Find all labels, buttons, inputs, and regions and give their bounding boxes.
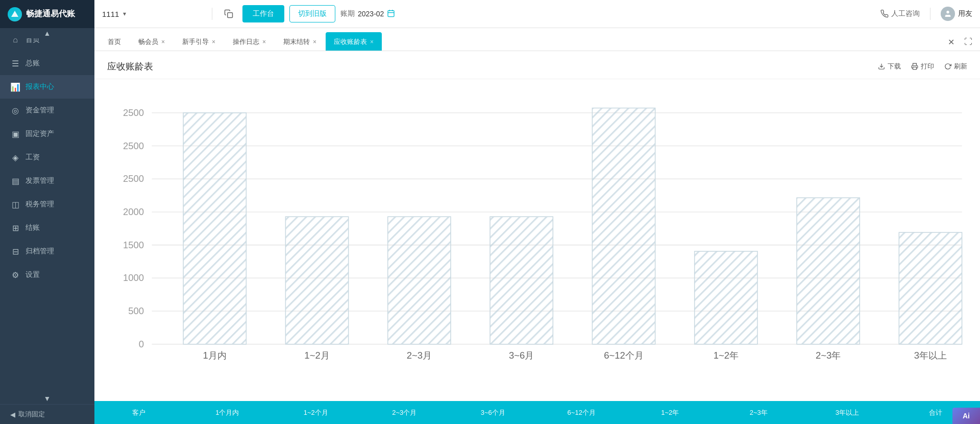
scroll-down-btn[interactable]: ▼ xyxy=(0,393,94,404)
close-tab-btn[interactable]: ✕ xyxy=(944,35,958,49)
tab-home[interactable]: 首页 xyxy=(100,32,129,51)
sidebar-label-ledger: 总账 xyxy=(26,59,40,68)
sidebar-icon-invoice: ▤ xyxy=(10,176,20,186)
svg-text:1~2年: 1~2年 xyxy=(714,350,739,361)
sidebar-label-tax: 税务管理 xyxy=(26,200,54,209)
workbench-btn[interactable]: 工作台 xyxy=(242,5,284,22)
scroll-up-btn[interactable]: ▲ xyxy=(0,28,94,38)
sidebar-label-archive: 归档管理 xyxy=(26,247,54,256)
switch-version-btn[interactable]: 切到旧版 xyxy=(289,5,335,22)
tab-aging[interactable]: 应收账龄表 × xyxy=(326,32,382,51)
tab-guide-label: 新手引导 xyxy=(182,37,209,46)
download-btn[interactable]: 下载 xyxy=(878,62,901,71)
tab-guide-close[interactable]: × xyxy=(212,38,215,45)
svg-text:2500: 2500 xyxy=(123,173,144,184)
sidebar-item-closeout[interactable]: ⊞ 结账 xyxy=(0,216,94,240)
user-menu[interactable]: 用友 xyxy=(941,7,972,21)
sidebar-item-archive[interactable]: ⊟ 归档管理 xyxy=(0,240,94,263)
header-right: 人工咨询 用友 xyxy=(880,7,972,21)
sidebar-icon-reports: 📊 xyxy=(10,82,20,92)
svg-text:1~2月: 1~2月 xyxy=(304,350,329,361)
tab-member-close[interactable]: × xyxy=(161,38,165,45)
period-label: 账期 xyxy=(340,9,355,18)
sidebar-item-reports[interactable]: 📊 报表中心 xyxy=(0,75,94,99)
company-select[interactable]: 1111 ▾ xyxy=(102,10,204,18)
col-2-3year: 2~3年 xyxy=(715,408,803,417)
sidebar-icon-archive: ⊟ xyxy=(10,246,20,256)
sidebar-item-settings[interactable]: ⚙ 设置 xyxy=(0,263,94,287)
company-dropdown-icon: ▾ xyxy=(123,10,126,17)
sidebar-label-assets: 固定资产 xyxy=(26,129,54,138)
print-label: 打印 xyxy=(921,62,934,71)
tab-member[interactable]: 畅会员 × xyxy=(130,32,173,51)
user-name: 用友 xyxy=(958,9,972,18)
sidebar-icon-finance: ◎ xyxy=(10,105,20,115)
col-1-2month: 1~2个月 xyxy=(272,408,360,417)
refresh-btn[interactable]: 刷新 xyxy=(944,62,967,71)
sidebar-nav: ⌂ 首页 ☰ 总账 📊 报表中心 ◎ 资金管理 ▣ 固定资产 ◈ 工资 ▤ 发票… xyxy=(0,28,94,404)
sidebar-item-ledger[interactable]: ☰ 总账 xyxy=(0,52,94,75)
header-divider-2 xyxy=(930,8,930,20)
copy-btn[interactable] xyxy=(220,5,237,22)
col-3-6month: 3~6个月 xyxy=(449,408,537,417)
page-title: 应收账龄表 xyxy=(107,60,153,73)
svg-text:1000: 1000 xyxy=(123,273,144,284)
sidebar-item-assets[interactable]: ▣ 固定资产 xyxy=(0,122,94,146)
ai-badge[interactable]: Ai xyxy=(952,408,980,424)
company-name: 1111 xyxy=(102,10,119,18)
print-btn[interactable]: 打印 xyxy=(911,62,934,71)
chart-svg: 2500 2500 2500 2000 1500 1000 500 0 xyxy=(105,87,970,398)
tab-period-close-label: 期末结转 xyxy=(283,37,310,46)
sidebar-logo: 畅捷通易代账 xyxy=(0,0,94,28)
tabs-actions: ✕ ⛶ xyxy=(944,35,975,51)
svg-rect-7 xyxy=(913,67,917,69)
support-btn[interactable]: 人工咨询 xyxy=(880,9,920,18)
tab-aging-close[interactable]: × xyxy=(370,38,374,45)
sidebar-label-settings: 设置 xyxy=(26,270,40,279)
svg-rect-27 xyxy=(490,217,553,344)
svg-rect-28 xyxy=(592,108,655,344)
svg-rect-26 xyxy=(388,217,451,344)
page-header: 应收账龄表 下载 打印 刷新 xyxy=(94,51,980,79)
svg-text:2500: 2500 xyxy=(123,140,144,151)
tab-home-label: 首页 xyxy=(108,37,121,46)
svg-text:2500: 2500 xyxy=(123,107,144,118)
sidebar-label-reports: 报表中心 xyxy=(26,82,54,91)
svg-rect-29 xyxy=(695,251,757,344)
sidebar-item-invoice[interactable]: ▤ 发票管理 xyxy=(0,169,94,193)
tab-log-close[interactable]: × xyxy=(262,38,266,45)
svg-text:6~12个月: 6~12个月 xyxy=(604,350,644,361)
sidebar-icon-assets: ▣ xyxy=(10,129,20,139)
header-period: 账期 2023-02 xyxy=(340,9,395,19)
svg-text:1月内: 1月内 xyxy=(203,350,227,361)
sidebar-icon-settings: ⚙ xyxy=(10,270,20,280)
tabs-bar: 首页 畅会员 × 新手引导 × 操作日志 × 期末结转 × 应收账龄表 × ✕ … xyxy=(94,28,980,51)
main-area: 1111 ▾ 工作台 切到旧版 账期 2023-02 人工咨询 xyxy=(94,0,980,424)
maximize-tab-btn[interactable]: ⛶ xyxy=(962,35,975,49)
svg-rect-0 xyxy=(228,13,233,18)
sidebar-icon-closeout: ⊞ xyxy=(10,223,20,233)
tab-log[interactable]: 操作日志 × xyxy=(225,32,274,51)
tab-period-close-close[interactable]: × xyxy=(313,38,316,45)
svg-rect-24 xyxy=(183,113,246,344)
col-2-3month: 2~3个月 xyxy=(360,408,449,417)
svg-rect-30 xyxy=(797,198,860,344)
tab-period-close[interactable]: 期末结转 × xyxy=(275,32,325,51)
svg-text:2~3年: 2~3年 xyxy=(816,350,841,361)
svg-text:3年以上: 3年以上 xyxy=(914,350,947,361)
col-1-2year: 1~2年 xyxy=(626,408,715,417)
sidebar-unpin[interactable]: ◀ 取消固定 xyxy=(0,404,94,424)
sidebar-item-salary[interactable]: ◈ 工资 xyxy=(0,146,94,169)
page-actions: 下载 打印 刷新 xyxy=(878,62,967,71)
sidebar-item-tax[interactable]: ◫ 税务管理 xyxy=(0,193,94,216)
svg-rect-1 xyxy=(388,10,394,16)
download-label: 下载 xyxy=(888,62,901,71)
svg-text:2~3月: 2~3月 xyxy=(407,350,432,361)
logo-icon xyxy=(8,7,22,21)
calendar-icon[interactable] xyxy=(387,9,395,19)
sidebar-item-finance[interactable]: ◎ 资金管理 xyxy=(0,99,94,122)
svg-point-5 xyxy=(946,11,949,13)
tab-guide[interactable]: 新手引导 × xyxy=(174,32,224,51)
sidebar-icon-salary: ◈ xyxy=(10,152,20,162)
header: 1111 ▾ 工作台 切到旧版 账期 2023-02 人工咨询 xyxy=(94,0,980,28)
